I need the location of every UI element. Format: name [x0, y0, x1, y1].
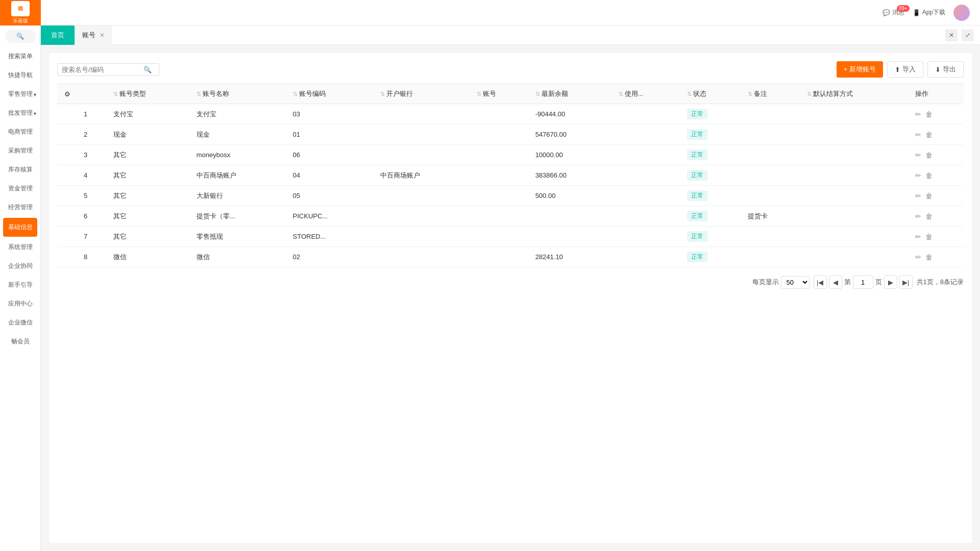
- col-account[interactable]: 账号: [471, 84, 529, 104]
- status-badge: 正常: [687, 170, 707, 181]
- message-badge: 99+: [897, 5, 910, 12]
- delete-icon[interactable]: 🗑: [925, 171, 933, 180]
- page-prev-button[interactable]: ◀: [829, 276, 842, 289]
- row-type: 其它: [107, 145, 190, 165]
- row-notes: [742, 165, 801, 186]
- row-account: [471, 186, 529, 206]
- sidebar-item-guide[interactable]: 新手引导: [0, 276, 40, 294]
- page-last-button[interactable]: ▶|: [899, 276, 913, 289]
- search-input[interactable]: [62, 66, 143, 73]
- row-status: 正常: [681, 227, 741, 247]
- delete-icon[interactable]: 🗑: [925, 192, 933, 200]
- sidebar-search[interactable]: 🔍: [5, 30, 36, 43]
- col-type[interactable]: 账号类型: [107, 84, 190, 104]
- sidebar-item-wechat[interactable]: 企业微信: [0, 313, 40, 332]
- app-download-button[interactable]: 📱 App下载: [913, 8, 945, 17]
- sidebar-item-search[interactable]: 搜索菜单: [0, 47, 40, 66]
- col-name[interactable]: 账号名称: [190, 84, 287, 104]
- tab-close-icon[interactable]: ✕: [100, 32, 105, 39]
- delete-icon[interactable]: 🗑: [925, 131, 933, 139]
- col-actions: 操作: [909, 84, 964, 104]
- import-icon: ⬆: [895, 66, 900, 73]
- row-account: [471, 206, 529, 227]
- page-next-button[interactable]: ▶: [884, 276, 897, 289]
- row-gear: [57, 104, 78, 124]
- row-balance: -90444.00: [529, 104, 612, 124]
- tab-bar-actions: ✕ ⤢: [945, 29, 980, 41]
- row-usage: [612, 165, 681, 186]
- row-account: [471, 165, 529, 186]
- delete-icon[interactable]: 🗑: [925, 110, 933, 118]
- row-code: 02: [287, 247, 374, 267]
- import-button[interactable]: ⬆ 导入: [887, 61, 923, 78]
- row-account: [471, 247, 529, 267]
- sidebar-item-purchase[interactable]: 采购管理: [0, 141, 40, 160]
- page-input[interactable]: [853, 276, 873, 289]
- sidebar-item-member[interactable]: 畅会员: [0, 332, 40, 351]
- per-page-dropdown[interactable]: 50 100: [781, 276, 810, 289]
- col-code[interactable]: 账号编码: [287, 84, 374, 104]
- sidebar-item-system[interactable]: 系统管理: [0, 238, 40, 257]
- page-first-button[interactable]: |◀: [814, 276, 827, 289]
- per-page-label: 每页显示: [752, 278, 779, 287]
- row-type: 其它: [107, 186, 190, 206]
- col-status[interactable]: 状态: [681, 84, 741, 104]
- tab-home[interactable]: 首页: [41, 26, 75, 45]
- edit-icon[interactable]: ✏: [915, 212, 921, 220]
- sidebar-item-ecommerce[interactable]: 电商管理: [0, 122, 40, 141]
- col-bank[interactable]: 开户银行: [374, 84, 471, 104]
- sidebar-item-inventory[interactable]: 库存核算: [0, 160, 40, 179]
- export-button[interactable]: ⬇ 导出: [927, 61, 964, 78]
- sidebar-item-contract[interactable]: 企业协同: [0, 257, 40, 276]
- edit-icon[interactable]: ✏: [915, 110, 921, 118]
- sidebar-item-wholesale[interactable]: 批发管理▾: [0, 104, 40, 122]
- edit-icon[interactable]: ✏: [915, 151, 921, 159]
- edit-icon[interactable]: ✏: [915, 233, 921, 241]
- row-gear: [57, 145, 78, 165]
- delete-icon[interactable]: 🗑: [925, 233, 933, 241]
- tab-close-all-button[interactable]: ✕: [945, 29, 958, 41]
- delete-icon[interactable]: 🗑: [925, 253, 933, 261]
- col-balance[interactable]: 最新余额: [529, 84, 612, 104]
- row-status: 正常: [681, 124, 741, 145]
- row-usage: [612, 124, 681, 145]
- avatar[interactable]: [953, 5, 970, 21]
- sidebar-item-app_center[interactable]: 应用中心: [0, 294, 40, 313]
- delete-icon[interactable]: 🗑: [925, 151, 933, 159]
- edit-icon[interactable]: ✏: [915, 253, 921, 261]
- col-usage[interactable]: 使用...: [612, 84, 681, 104]
- row-code: PICKUPC...: [287, 206, 374, 227]
- col-notes[interactable]: 备注: [742, 84, 801, 104]
- edit-icon[interactable]: ✏: [915, 192, 921, 200]
- delete-icon[interactable]: 🗑: [925, 212, 933, 220]
- sidebar-item-operations[interactable]: 经营管理: [0, 198, 40, 217]
- row-usage: [612, 247, 681, 267]
- sidebar-item-basic[interactable]: 基础信息: [3, 218, 37, 237]
- col-gear[interactable]: ⚙: [57, 84, 78, 104]
- row-settlement: [801, 247, 909, 267]
- tab-maximize-button[interactable]: ⤢: [962, 29, 974, 41]
- edit-icon[interactable]: ✏: [915, 131, 921, 139]
- tab-account[interactable]: 账号 ✕: [75, 26, 112, 45]
- add-account-button[interactable]: + 新增账号: [837, 61, 883, 78]
- row-gear: [57, 247, 78, 267]
- search-box[interactable]: 🔍: [57, 63, 159, 76]
- page-size-select: 每页显示 50 100: [752, 276, 810, 289]
- sidebar-item-retail[interactable]: 零售管理▾: [0, 85, 40, 104]
- sidebar-item-finance[interactable]: 资金管理: [0, 179, 40, 198]
- table-row: 4 其它 中百商场账户 04 中百商场账户 383866.00 正常 ✏ 🗑: [57, 165, 964, 186]
- row-balance: 383866.00: [529, 165, 612, 186]
- sidebar-item-shortcut[interactable]: 快捷导航: [0, 66, 40, 85]
- table-row: 2 现金 现金 01 547670.00 正常 ✏ 🗑: [57, 124, 964, 145]
- page-nav: |◀ ◀ 第 页 ▶ ▶|: [814, 276, 913, 289]
- row-status: 正常: [681, 247, 741, 267]
- message-button[interactable]: 💬 消息 99+: [883, 8, 904, 17]
- row-balance: 28241.10: [529, 247, 612, 267]
- page-label: 第: [844, 278, 851, 287]
- status-badge: 正常: [687, 231, 707, 242]
- row-notes: [742, 186, 801, 206]
- edit-icon[interactable]: ✏: [915, 171, 921, 180]
- row-num: 2: [78, 124, 107, 145]
- row-name: 支付宝: [190, 104, 287, 124]
- col-settlement[interactable]: 默认结算方式: [801, 84, 909, 104]
